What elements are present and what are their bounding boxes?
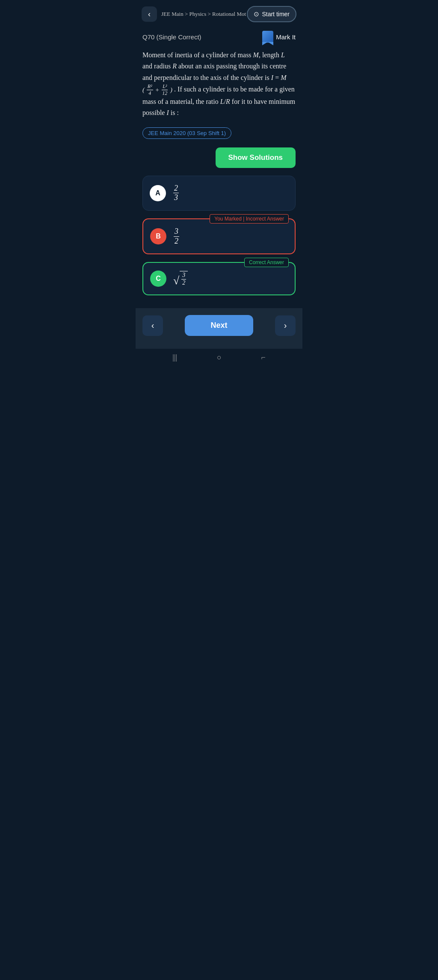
question-text-part1: Moment of inertia of a cylinder of mass … [142, 51, 286, 81]
option-c-badge: C [150, 271, 166, 287]
question-body: Moment of inertia of a cylinder of mass … [136, 45, 302, 125]
prev-button[interactable]: ‹ [142, 315, 163, 336]
next-arrow-button[interactable]: › [275, 315, 296, 336]
system-bar: ||| ○ ⌐ [136, 349, 302, 366]
next-button[interactable]: Next [185, 315, 253, 336]
fraction-r2-4: R² 4 [147, 83, 153, 96]
exam-tag: JEE Main 2020 (03 Sep Shift 1) [142, 127, 231, 139]
option-b-fraction: 3 2 [174, 227, 179, 246]
option-c-card[interactable]: Correct Answer C √ 3 2 [142, 262, 296, 295]
timer-icon: ⊙ [254, 10, 259, 18]
option-b-value: 3 2 [173, 227, 180, 246]
question-header: Q70 (Single Correct) Mark It [136, 26, 302, 45]
formula-display: ( R² 4 + L² 12 ) [142, 83, 172, 96]
fraction-l2-12: L² 12 [161, 83, 168, 96]
correct-answer-label: Correct Answer [244, 258, 289, 267]
sqrt-symbol: √ [173, 275, 179, 286]
show-solutions-button[interactable]: Show Solutions [216, 147, 296, 168]
incorrect-answer-label: You Marked | Incorrect Answer [210, 214, 289, 224]
next-icon: › [284, 321, 287, 330]
option-b-badge: B [150, 228, 166, 244]
breadcrumb: JEE Main > Physics > Rotational Mot [161, 11, 247, 18]
prev-icon: ‹ [151, 321, 154, 330]
option-b-card[interactable]: You Marked | Incorrect Answer B 3 2 [142, 218, 296, 254]
back-button[interactable]: ‹ [142, 6, 157, 22]
home-icon: ○ [217, 353, 222, 362]
option-c-sqrt: √ 3 2 [173, 271, 188, 287]
option-a-card[interactable]: A 2 3 [142, 176, 296, 211]
option-c-value: √ 3 2 [173, 271, 188, 287]
sqrt-content: 3 2 [180, 271, 188, 287]
start-timer-button[interactable]: ⊙ Start timer [247, 6, 296, 22]
header: ‹ JEE Main > Physics > Rotational Mot ⊙ … [136, 0, 302, 26]
bookmark-icon [262, 31, 273, 43]
recent-icon: ⌐ [261, 353, 265, 362]
options-container: A 2 3 You Marked | Incorrect Answer B 3 … [136, 176, 302, 295]
option-a-fraction: 2 3 [173, 184, 179, 203]
mark-it-label: Mark It [276, 33, 296, 41]
mark-it-button[interactable]: Mark It [262, 31, 296, 43]
question-id-label: Q70 (Single Correct) [142, 33, 201, 41]
back-icon: ‹ [148, 10, 151, 19]
option-a-value: 2 3 [173, 184, 179, 203]
solutions-row: Show Solutions [136, 145, 302, 176]
option-c-fraction: 3 2 [181, 272, 186, 287]
signal-icon: ||| [172, 353, 177, 362]
bottom-nav: ‹ Next › [136, 308, 302, 349]
tag-row: JEE Main 2020 (03 Sep Shift 1) [136, 125, 302, 145]
option-a-badge: A [150, 185, 166, 201]
timer-label: Start timer [262, 11, 290, 18]
